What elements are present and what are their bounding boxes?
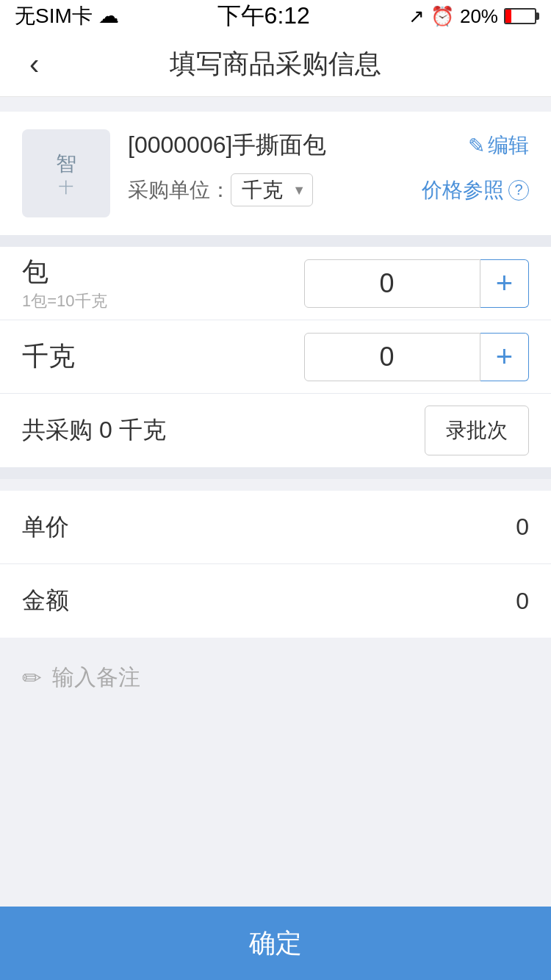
pencil-icon: ✏ (22, 664, 42, 692)
help-icon: ? (508, 180, 529, 201)
blank-area (0, 715, 551, 935)
detail-section: 单价 0 金额 0 (0, 491, 551, 638)
edit-button[interactable]: ✎ 编辑 (468, 131, 529, 159)
input-section: 包 1包=10千克 + 千克 + (0, 247, 551, 394)
total-summary: 共采购 0 千克 (22, 414, 166, 447)
kg-plus-button[interactable]: + (480, 333, 529, 381)
product-name-row: [0000006]手撕面包 ✎ 编辑 (128, 129, 529, 162)
remark-placeholder: 输入备注 (52, 663, 140, 693)
kg-field-wrapper: + (147, 333, 529, 381)
unit-select-wrapper[interactable]: 千克 包 (231, 173, 313, 206)
product-logo-line2: 十 (56, 178, 76, 198)
back-button[interactable]: ‹ (22, 40, 46, 88)
status-time: 下午6:12 (217, 0, 310, 32)
pack-input-row: 包 1包=10千克 + (0, 247, 551, 320)
pack-field-wrapper: + (147, 259, 529, 308)
pack-label-group: 包 1包=10千克 (22, 254, 132, 312)
unit-price-row: 单价 0 (0, 491, 551, 564)
price-ref-button[interactable]: 价格参照 ? (422, 176, 529, 204)
unit-label: 采购单位： (128, 176, 231, 204)
total-label: 共采购 (22, 417, 93, 443)
kg-label-group: 千克 (22, 339, 132, 375)
amount-label: 金额 (22, 585, 69, 617)
status-right: ↗ ⏰ 20% (408, 5, 536, 28)
remark-section[interactable]: ✏ 输入备注 (0, 641, 551, 715)
confirm-button[interactable]: 确定 (249, 926, 302, 962)
edit-icon: ✎ (468, 134, 485, 158)
product-thumbnail: 智 十 (22, 129, 110, 217)
unit-price-label: 单价 (22, 511, 69, 544)
status-left: 无SIM卡 ☁ (15, 2, 119, 30)
total-value: 0 (99, 417, 112, 443)
pack-label: 包 (22, 254, 132, 290)
amount-row: 金额 0 (0, 564, 551, 638)
product-unit-row: 采购单位： 千克 包 价格参照 ? (128, 173, 529, 206)
kg-label: 千克 (22, 339, 132, 375)
price-ref-label: 价格参照 (422, 176, 504, 204)
edit-label: 编辑 (488, 131, 529, 159)
product-card: 智 十 [0000006]手撕面包 ✎ 编辑 采购单位： 千克 包 (0, 112, 551, 235)
product-info: [0000006]手撕面包 ✎ 编辑 采购单位： 千克 包 (128, 129, 529, 206)
unit-price-value: 0 (516, 514, 529, 541)
product-name: [0000006]手撕面包 (128, 129, 326, 162)
unit-select[interactable]: 千克 包 (231, 173, 313, 206)
section-divider-1 (0, 235, 551, 247)
pack-plus-button[interactable]: + (480, 259, 529, 308)
page-title: 填写商品采购信息 (170, 46, 381, 82)
alarm-icon: ⏰ (431, 5, 454, 28)
nav-bar: ‹ 填写商品采购信息 (0, 32, 551, 97)
total-row: 共采购 0 千克 录批次 (0, 394, 551, 467)
battery-icon (504, 8, 536, 24)
status-bar: 无SIM卡 ☁ 下午6:12 ↗ ⏰ 20% (0, 0, 551, 32)
section-divider-2 (0, 467, 551, 479)
batch-button[interactable]: 录批次 (425, 406, 529, 455)
total-unit: 千克 (119, 417, 166, 443)
confirm-section[interactable]: 确定 (0, 907, 551, 980)
signal-text: 无SIM卡 ☁ (15, 2, 119, 30)
kg-input-row: 千克 + (0, 320, 551, 394)
battery-pct: 20% (460, 5, 498, 28)
pack-input[interactable] (304, 259, 480, 308)
product-logo-line1: 智 (56, 150, 76, 178)
location-icon: ↗ (408, 5, 425, 28)
pack-sub-label: 1包=10千克 (22, 290, 132, 312)
kg-input[interactable] (304, 333, 480, 381)
amount-value: 0 (516, 588, 529, 615)
